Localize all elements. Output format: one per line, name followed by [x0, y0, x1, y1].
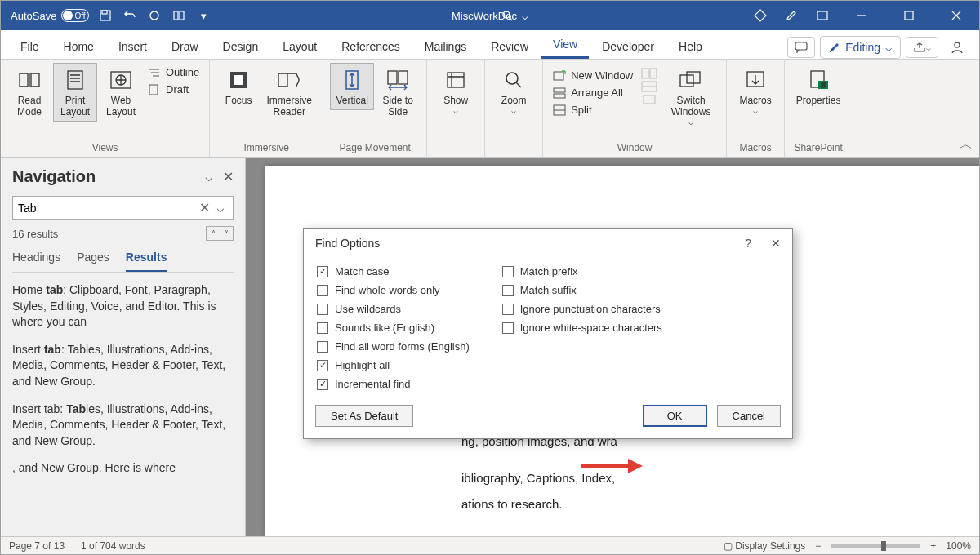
- editing-mode-button[interactable]: Editing⌵: [820, 36, 901, 59]
- svg-rect-3: [174, 11, 178, 20]
- dropdown-icon[interactable]: ▾: [195, 7, 212, 24]
- properties-button[interactable]: SProperties: [791, 63, 845, 110]
- vertical-button[interactable]: Vertical: [330, 63, 374, 110]
- focus-button[interactable]: Focus: [216, 63, 261, 110]
- next-result-icon[interactable]: ˅: [220, 227, 233, 240]
- tab-home[interactable]: Home: [52, 33, 105, 59]
- svg-rect-6: [817, 11, 827, 20]
- search-field[interactable]: [18, 202, 196, 215]
- split-button[interactable]: Split: [550, 102, 636, 118]
- comments-button[interactable]: [787, 37, 815, 58]
- tab-layout[interactable]: Layout: [271, 33, 328, 59]
- zoom-slider[interactable]: [831, 544, 920, 548]
- svg-rect-1: [102, 11, 107, 14]
- account-icon[interactable]: [943, 36, 971, 59]
- result-count: 16 results: [12, 228, 58, 240]
- redo-icon[interactable]: [146, 7, 163, 24]
- checkbox-match-prefix[interactable]: Match prefix: [502, 265, 662, 278]
- tab-developer[interactable]: Developer: [590, 33, 666, 59]
- display-settings[interactable]: ▢ Display Settings: [724, 540, 805, 552]
- tab-file[interactable]: File: [9, 33, 51, 59]
- tab-draw[interactable]: Draw: [160, 33, 210, 59]
- page-indicator[interactable]: Page 7 of 13: [9, 540, 65, 552]
- autosave-toggle[interactable]: AutoSave Off: [11, 9, 89, 22]
- checkbox-match-suffix[interactable]: Match suffix: [502, 284, 662, 296]
- chevron-down-icon[interactable]: ⌵: [213, 200, 228, 215]
- list-item[interactable]: , and New Group. Here is where: [12, 460, 234, 477]
- diamond-icon[interactable]: [752, 7, 768, 24]
- prev-result-icon[interactable]: ˄: [207, 227, 220, 240]
- checkbox-find-all-word-forms-english-[interactable]: Find all word forms (English): [317, 340, 470, 353]
- switch-windows-button[interactable]: Switch Windows⌵: [662, 63, 719, 131]
- nav-tab-headings[interactable]: Headings: [12, 247, 60, 272]
- tab-references[interactable]: References: [330, 33, 412, 59]
- web-layout-button[interactable]: Web Layout: [99, 63, 143, 122]
- side-to-side-button[interactable]: Side to Side: [376, 63, 420, 122]
- checkbox-sounds-like-english-[interactable]: Sounds like (English): [317, 322, 470, 334]
- tab-mailings[interactable]: Mailings: [413, 33, 478, 59]
- help-icon[interactable]: ?: [745, 237, 751, 250]
- title-bar: AutoSave Off ▾ MiscWorkDoc⌵: [1, 1, 979, 30]
- maximize-button[interactable]: [893, 1, 925, 30]
- tab-review[interactable]: Review: [479, 33, 540, 59]
- svg-point-2: [150, 11, 158, 20]
- undo-icon[interactable]: [122, 7, 138, 24]
- word-count[interactable]: 1 of 704 words: [81, 540, 145, 552]
- svg-rect-18: [399, 71, 408, 84]
- zoom-button[interactable]: Zoom⌵: [492, 63, 536, 119]
- zoom-out-icon[interactable]: −: [815, 540, 821, 552]
- minimize-button[interactable]: [845, 1, 878, 30]
- search-input[interactable]: ✕ ⌵: [12, 196, 234, 220]
- document-title[interactable]: MiscWorkDoc⌵: [452, 10, 528, 22]
- svg-rect-13: [149, 85, 158, 95]
- nav-tab-results[interactable]: Results: [126, 247, 167, 272]
- close-icon[interactable]: ✕: [223, 169, 234, 184]
- immersive-reader-button[interactable]: Immersive Reader: [262, 63, 316, 122]
- chevron-down-icon[interactable]: ⌵: [205, 169, 213, 184]
- collapse-ribbon-icon[interactable]: ︿: [960, 136, 973, 153]
- zoom-level[interactable]: 100%: [946, 540, 971, 552]
- list-item[interactable]: Insert tab: Tables, Illustrations, Add-i…: [12, 342, 234, 390]
- tab-help[interactable]: Help: [667, 33, 714, 59]
- clear-icon[interactable]: ✕: [196, 200, 213, 215]
- svg-rect-17: [388, 71, 397, 84]
- brush-icon[interactable]: [783, 7, 800, 24]
- app-icon[interactable]: [814, 7, 831, 24]
- tab-view[interactable]: View: [541, 31, 589, 59]
- checkbox-match-case[interactable]: Match case: [317, 265, 470, 278]
- ok-button[interactable]: OK: [643, 405, 707, 427]
- nav-tab-pages[interactable]: Pages: [77, 247, 109, 272]
- show-button[interactable]: Show⌵: [434, 63, 478, 119]
- list-item[interactable]: Home tab: Clipboard, Font, Paragraph, St…: [12, 282, 234, 331]
- checkbox-find-whole-words-only[interactable]: Find whole words only: [317, 284, 470, 296]
- set-default-button[interactable]: Set As Default: [315, 405, 413, 427]
- close-button[interactable]: [940, 1, 973, 30]
- outline-button[interactable]: Outline: [145, 64, 203, 80]
- tab-design[interactable]: Design: [212, 33, 270, 59]
- arrange-all-button[interactable]: Arrange All: [550, 85, 636, 100]
- save-icon[interactable]: [97, 7, 114, 24]
- checkbox-use-wildcards[interactable]: Use wildcards: [317, 303, 470, 315]
- print-layout-button[interactable]: Print Layout: [53, 63, 97, 122]
- autosave-label: AutoSave: [11, 10, 56, 22]
- svg-rect-8: [795, 42, 807, 50]
- close-icon[interactable]: ✕: [771, 237, 781, 250]
- read-mode-button[interactable]: Read Mode: [7, 63, 51, 122]
- share-button[interactable]: ⌵: [906, 37, 938, 58]
- checkbox-ignore-punctuation-characters[interactable]: Ignore punctuation characters: [502, 303, 662, 315]
- new-window-button[interactable]: New Window: [550, 68, 636, 83]
- svg-rect-4: [180, 11, 184, 20]
- svg-rect-23: [554, 94, 565, 98]
- checkbox-ignore-white-space-characters[interactable]: Ignore white-space characters: [502, 322, 662, 334]
- tab-insert[interactable]: Insert: [107, 33, 158, 59]
- draft-button[interactable]: Draft: [145, 82, 203, 97]
- list-item[interactable]: Insert tab: Tables, Illustrations, Add-i…: [12, 402, 234, 450]
- results-list: Home tab: Clipboard, Font, Paragraph, St…: [12, 282, 234, 477]
- macros-button[interactable]: Macros⌵: [733, 63, 777, 119]
- checkbox-incremental-find[interactable]: Incremental find: [317, 378, 470, 390]
- search-icon[interactable]: [499, 7, 515, 24]
- zoom-in-icon[interactable]: +: [930, 540, 936, 552]
- quickaccess-icon[interactable]: [171, 7, 187, 24]
- cancel-button[interactable]: Cancel: [717, 405, 781, 427]
- checkbox-highlight-all[interactable]: Highlight all: [317, 359, 470, 371]
